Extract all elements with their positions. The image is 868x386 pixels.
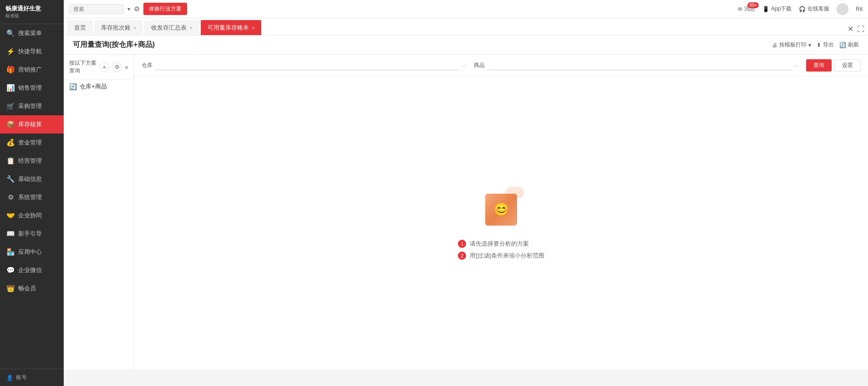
sidebar-item-operations[interactable]: 📋 经营管理 — [0, 152, 64, 170]
tab-receipt-summary[interactable]: 收发存汇总表× — [144, 20, 199, 35]
print-label: 按模板打印 — [779, 41, 807, 49]
sidebar-item-appstore[interactable]: 🏪 应用中心 — [0, 243, 64, 261]
refresh-label: 刷新 — [848, 41, 859, 49]
sidebar-label-enterprise: 企业协同 — [18, 211, 42, 220]
user-name-label: Rit — [856, 6, 863, 12]
refresh-button[interactable]: 🔄 刷新 — [839, 41, 859, 49]
tab-available-ledger[interactable]: 可用量库存账本× — [201, 20, 261, 35]
cq-query-button[interactable]: 查询 — [806, 59, 832, 72]
sidebar-icon-wechat: 💬 — [6, 266, 15, 274]
sidebar-item-shortcut[interactable]: ⚡ 快捷导航 — [0, 42, 64, 61]
sidebar-label-inventory: 库存核算 — [18, 120, 42, 129]
sidebar-icon-search: 🔍 — [6, 29, 15, 37]
industry-solution-button[interactable]: 体验行业方案 — [143, 3, 187, 15]
headset-icon: 🎧 — [799, 6, 806, 12]
warehouse-more-icon[interactable]: ··· — [462, 62, 467, 69]
hint-1-text: 请先选择要分析的方案 — [470, 240, 529, 248]
message-icon: ✉ — [738, 6, 742, 12]
print-button[interactable]: 🖨 按模板打印 ▾ — [772, 41, 811, 49]
sidebar-label-wechat: 企业微信 — [18, 266, 42, 274]
tab-label-receipt-summary: 收发存汇总表 — [151, 24, 187, 32]
header-search-input[interactable] — [69, 4, 124, 14]
cq-settings-button[interactable]: 设置 — [834, 59, 861, 72]
empty-illustration: 😊 — [478, 187, 524, 232]
header-message-item[interactable]: ✉ 消息 99+ — [738, 5, 755, 13]
expand-tab-button[interactable]: ⛶ — [857, 25, 864, 33]
sidebar-icon-finance: 💰 — [6, 139, 15, 147]
sidebar-scroll: 🔍 搜索菜单 ⚡ 快捷导航 🎁 营销推广 📊 销售管理 🛒 采购管理 📦 库存核… — [0, 24, 64, 369]
sidebar-icon-system: ⚙ — [6, 193, 15, 201]
account-icon: 👤 — [6, 375, 13, 381]
app-edition: 标准版 — [5, 13, 58, 19]
sidebar-item-system[interactable]: ⚙ 系统管理 — [0, 188, 64, 206]
warehouse-input[interactable] — [155, 61, 459, 70]
empty-hint-1: 1 请先选择要分析的方案 — [458, 240, 544, 248]
header-app-download-item[interactable]: 📱 App下载 — [762, 5, 792, 13]
sidebar-item-search[interactable]: 🔍 搜索菜单 — [0, 24, 64, 42]
goods-input[interactable] — [487, 61, 792, 70]
sidebar-item-basic[interactable]: 🔧 基础信息 — [0, 170, 64, 188]
sidebar-icon-basic: 🔧 — [6, 175, 15, 183]
online-service-label: 在线客服 — [807, 5, 829, 13]
export-icon: ⬆ — [817, 42, 821, 48]
sidebar-bottom-account[interactable]: 👤 账号 — [0, 369, 64, 386]
sidebar-label-appstore: 应用中心 — [18, 248, 42, 256]
empty-state: 😊 1 请先选择要分析的方案 2 用[过滤]条件来缩小分析范围 — [134, 77, 868, 370]
filter-add-button[interactable]: + — [99, 62, 109, 72]
sidebar-item-vip[interactable]: 👑 畅会员 — [0, 279, 64, 298]
sidebar-label-operations: 经营管理 — [18, 157, 42, 165]
hint-2-number: 2 — [458, 252, 466, 260]
close-tab-button[interactable]: ✕ — [848, 25, 853, 33]
tab-close-batch-account[interactable]: × — [133, 25, 136, 31]
sidebar-item-wechat[interactable]: 💬 企业微信 — [0, 261, 64, 279]
sidebar-label-marketing: 营销推广 — [18, 66, 42, 74]
warehouse-label: 仓库 — [142, 62, 152, 69]
content-query-bar: 仓库 ··· 商品 ··· 查询 设置 — [134, 55, 868, 77]
header-online-service-item[interactable]: 🎧 在线客服 — [799, 5, 829, 13]
sidebar-icon-operations: 📋 — [6, 157, 15, 165]
filter-collapse-button[interactable]: « — [125, 63, 128, 71]
goods-more-icon[interactable]: ··· — [794, 62, 799, 69]
sidebar-icon-appstore: 🏪 — [6, 248, 15, 256]
account-label: 账号 — [16, 374, 27, 381]
tabs-right-actions: ✕ ⛶ — [848, 25, 864, 35]
tab-home[interactable]: 首页 — [67, 20, 93, 35]
export-button[interactable]: ⬆ 导出 — [817, 41, 834, 49]
message-badge: 99+ — [747, 2, 759, 8]
filter-settings-button[interactable]: ⚙ — [112, 62, 122, 72]
sidebar-label-search: 搜索菜单 — [18, 29, 42, 37]
sidebar: 畅康通好生意 标准版 🔍 搜索菜单 ⚡ 快捷导航 🎁 营销推广 📊 销售管理 🛒… — [0, 0, 64, 386]
empty-box-illustration: 😊 — [485, 194, 517, 226]
hint-2-text: 用[过滤]条件来缩小分析范围 — [470, 252, 544, 260]
sidebar-item-finance[interactable]: 💰 资金管理 — [0, 134, 64, 152]
tab-close-receipt-summary[interactable]: × — [189, 25, 192, 31]
filter-panel: 按以下方案查询 + ⚙ « 🔄 仓库+商品 — [64, 55, 134, 370]
sidebar-icon-purchase: 🛒 — [6, 102, 15, 110]
tab-label-available-ledger: 可用量库存账本 — [208, 24, 249, 32]
scheme-item-warehouse-goods[interactable]: 🔄 仓库+商品 — [64, 80, 134, 93]
sidebar-item-marketing[interactable]: 🎁 营销推广 — [0, 61, 64, 79]
scheme-icon: 🔄 — [69, 83, 77, 90]
goods-field: 商品 ··· — [474, 61, 799, 70]
tab-close-available-ledger[interactable]: × — [252, 25, 254, 31]
main-container: ▾ ⚙ 体验行业方案 ✉ 消息 99+ 📱 App下载 🎧 在线客服 Rit 首… — [64, 0, 868, 386]
sidebar-icon-vip: 👑 — [6, 284, 15, 293]
page-title: 可用量查询(按仓库+商品) — [73, 40, 155, 50]
sidebar-label-finance: 资金管理 — [18, 139, 42, 147]
filter-label: 按以下方案查询 — [69, 59, 96, 75]
avatar[interactable] — [837, 3, 848, 15]
sidebar-item-sales[interactable]: 📊 销售管理 — [0, 79, 64, 97]
content-area: 仓库 ··· 商品 ··· 查询 设置 — [134, 55, 868, 370]
empty-hints: 1 请先选择要分析的方案 2 用[过滤]条件来缩小分析范围 — [458, 240, 544, 260]
sidebar-label-guide: 新手引导 — [18, 230, 42, 238]
sidebar-item-inventory[interactable]: 📦 库存核算 — [0, 115, 64, 134]
sidebar-item-purchase[interactable]: 🛒 采购管理 — [0, 97, 64, 115]
sidebar-icon-enterprise: 🤝 — [6, 211, 15, 220]
sidebar-label-shortcut: 快捷导航 — [18, 47, 42, 56]
sidebar-item-enterprise[interactable]: 🤝 企业协同 — [0, 206, 64, 225]
tab-batch-account[interactable]: 库存批次账× — [94, 20, 143, 35]
header-dropdown-button[interactable]: ▾ — [127, 6, 130, 12]
sidebar-item-guide[interactable]: 📖 新手引导 — [0, 225, 64, 243]
refresh-icon: 🔄 — [839, 42, 846, 48]
header-gear-icon[interactable]: ⚙ — [134, 5, 140, 13]
